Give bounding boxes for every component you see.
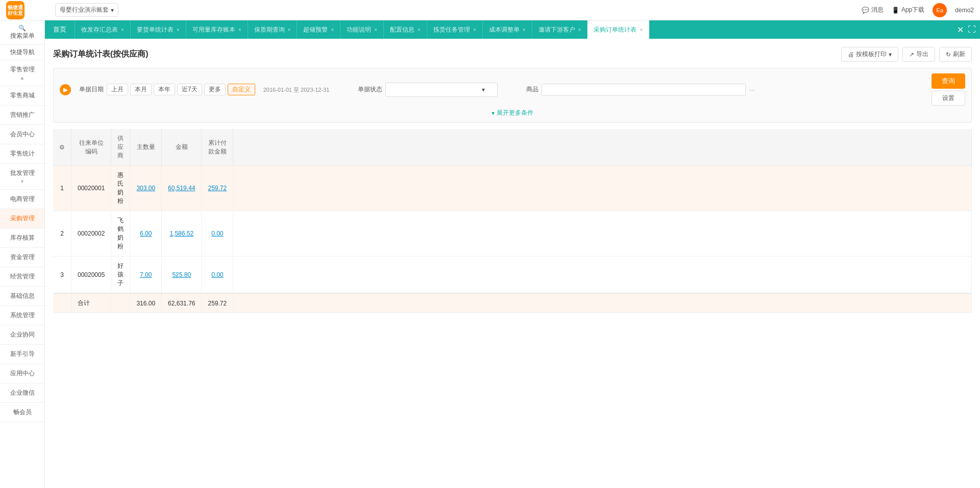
sidebar-item-vip-member[interactable]: 畅会员 [0, 403, 44, 422]
tab-receive-pay[interactable]: 收发存汇总表 × [75, 20, 131, 39]
cell-index: 2 [53, 211, 71, 256]
tab-close-icon[interactable]: × [578, 27, 581, 33]
sidebar-item-retail-stats[interactable]: 零售统计 [0, 144, 44, 164]
page-actions: 🖨 按模板打印 ▾ ↗ 导出 ↻ 刷新 [841, 47, 972, 62]
date-btn-this-month[interactable]: 本月 [130, 84, 152, 95]
sidebar-item-enterprise-wechat[interactable]: 企业微信 [0, 383, 44, 403]
tab-config-info[interactable]: 配置信息 × [384, 20, 427, 39]
date-btn-last-month[interactable]: 上月 [107, 84, 128, 95]
template-print-button[interactable]: 🖨 按模板打印 ▾ [841, 47, 898, 62]
status-select[interactable]: ▾ [385, 83, 498, 97]
workspace-selector[interactable]: 母婴行业演示账套 ▾ [55, 3, 118, 17]
cell-unit-code: 00020005 [71, 256, 111, 294]
footer-label: 合计 [71, 293, 111, 313]
tab-cost-adjust[interactable]: 成本调整单 × [483, 20, 532, 39]
tab-close-icon[interactable]: × [288, 27, 291, 33]
export-button[interactable]: ↗ 导出 [902, 47, 935, 62]
tab-order-stats[interactable]: 要货单统计表 × [131, 20, 186, 39]
sidebar-item-search[interactable]: 🔍 搜索菜单 [0, 20, 44, 45]
cell-qty[interactable]: 303.00 [130, 166, 162, 211]
avatar: Ea [933, 3, 947, 17]
chevron-down-icon: ▾ [21, 178, 23, 184]
fullscreen-action[interactable]: ⛶ [968, 25, 976, 34]
goods-more-button[interactable]: ··· [749, 86, 755, 94]
sidebar-item-retail-mgmt[interactable]: 零售管理 ▲ [0, 60, 44, 86]
footer-supplier-empty [111, 293, 130, 313]
cell-amount[interactable]: 60,519.44 [162, 166, 202, 211]
table-footer-row: 合计 316.00 62,631.76 259.72 [53, 293, 972, 313]
sidebar-item-basic-info[interactable]: 基础信息 [0, 287, 44, 306]
tab-home[interactable]: 首页 [45, 20, 75, 39]
app-download-button[interactable]: 📱 App下载 [892, 6, 924, 14]
content-area: 首页 收发存汇总表 × 要货单统计表 × 可用量库存账本 × 保质期查询 × [45, 20, 980, 488]
cell-amount[interactable]: 1,586.52 [162, 211, 202, 256]
cell-qty[interactable]: 7.00 [130, 256, 162, 294]
filter-toggle-button[interactable]: ▶ [60, 84, 71, 95]
sidebar-item-finance[interactable]: 资金管理 [0, 248, 44, 267]
workspace-dropdown-icon: ▾ [111, 7, 114, 14]
tab-close-active-icon[interactable]: × [640, 27, 643, 33]
table-row: 1 00020001 惠氏奶粉 303.00 60,519.44 259.72 [53, 166, 972, 211]
filter-goods-group: 商品 ··· [526, 84, 923, 96]
filter-area: ▶ 单据日期 上月 本月 本年 近7天 更多 自定义 [53, 68, 972, 123]
cell-amount[interactable]: 525.80 [162, 256, 202, 294]
user-name[interactable]: demo2 [955, 7, 974, 14]
sidebar-item-enterprise-collab[interactable]: 企业协同 [0, 325, 44, 345]
filter-actions: 查询 设置 [932, 73, 965, 106]
settings-button[interactable]: 设置 [932, 91, 965, 106]
tab-close-icon[interactable]: × [374, 27, 377, 33]
cell-paid[interactable]: 0.00 [202, 256, 233, 294]
tab-picking-task[interactable]: 拣货任务管理 × [427, 20, 483, 39]
sidebar-item-retail-shop[interactable]: 零售商城 [0, 86, 44, 106]
date-btn-last-7-days[interactable]: 近7天 [177, 84, 202, 95]
sidebar-item-operation-mgmt[interactable]: 经营管理 [0, 267, 44, 287]
col-settings[interactable]: ⚙ [53, 129, 71, 166]
tab-close-icon[interactable]: × [238, 27, 241, 33]
expand-more-button[interactable]: ▾ 展开更多条件 [60, 109, 965, 117]
tab-close-icon[interactable]: × [177, 27, 180, 33]
chevron-down-icon: ▾ [492, 110, 495, 117]
app-download-icon: 📱 [892, 7, 899, 14]
date-options: 上月 本月 本年 近7天 更多 自定义 [107, 84, 255, 95]
tab-close-icon[interactable]: × [418, 27, 421, 33]
sidebar-item-member-center[interactable]: 会员中心 [0, 125, 44, 144]
tab-overstock-warning[interactable]: 超储预警 × [297, 20, 340, 39]
tab-expiry-query[interactable]: 保质期查询 × [248, 20, 298, 39]
sidebar-item-inventory[interactable]: 库存核算 [0, 228, 44, 248]
goods-input[interactable] [542, 84, 746, 96]
message-button[interactable]: 💬 消息 [862, 6, 884, 14]
sidebar-item-marketing[interactable]: 营销推广 [0, 106, 44, 125]
date-btn-more[interactable]: 更多 [204, 84, 226, 95]
tab-close-icon[interactable]: × [473, 27, 476, 33]
date-btn-custom[interactable]: 自定义 [228, 84, 255, 95]
goods-label: 商品 [526, 85, 538, 94]
col-extra [233, 129, 972, 166]
page-content: 采购订单统计表(按供应商) 🖨 按模板打印 ▾ ↗ 导出 ↻ [45, 39, 980, 488]
top-bar: 畅捷通好生意 母婴行业演示账套 ▾ 💬 消息 📱 App下载 Ea demo2 [0, 0, 980, 20]
chevron-up-icon: ▲ [20, 75, 25, 81]
query-button[interactable]: 查询 [932, 73, 965, 89]
date-btn-this-year[interactable]: 本年 [154, 84, 175, 95]
tab-close-icon[interactable]: × [121, 27, 124, 33]
print-icon: 🖨 [848, 51, 854, 58]
tab-purchase-order-stats[interactable]: 采购订单统计表 × [587, 20, 649, 39]
sidebar-item-ecommerce-mgmt[interactable]: 电商管理 [0, 190, 44, 209]
cell-qty[interactable]: 6.00 [130, 211, 162, 256]
tab-function-desc[interactable]: 功能说明 × [340, 20, 384, 39]
tab-available-inventory[interactable]: 可用量库存账本 × [186, 20, 248, 39]
sidebar-item-wholesale-mgmt[interactable]: 批发管理 ▾ [0, 164, 44, 190]
data-table: ⚙ 往来单位编码 供应商 主数量 金额 累计付款金额 1 00020001 [53, 129, 972, 313]
sidebar-item-new-guide[interactable]: 新手引导 [0, 345, 44, 364]
sidebar-item-quick-nav[interactable]: 快捷导航 [0, 45, 44, 60]
tab-close-icon[interactable]: × [331, 27, 334, 33]
sidebar-item-system-mgmt[interactable]: 系统管理 [0, 306, 44, 325]
cell-paid[interactable]: 259.72 [202, 166, 233, 211]
cell-paid[interactable]: 0.00 [202, 211, 233, 256]
tab-close-icon[interactable]: × [523, 27, 526, 33]
refresh-button[interactable]: ↻ 刷新 [939, 47, 972, 62]
close-tab-action[interactable]: ✕ [957, 25, 964, 35]
sidebar-item-app-center[interactable]: 应用中心 [0, 364, 44, 383]
tab-invite-downstream[interactable]: 邀请下游客户 × [532, 20, 588, 39]
filter-status-group: 单据状态 ▾ [358, 83, 498, 97]
sidebar-item-purchase-mgmt[interactable]: 采购管理 [0, 209, 44, 228]
